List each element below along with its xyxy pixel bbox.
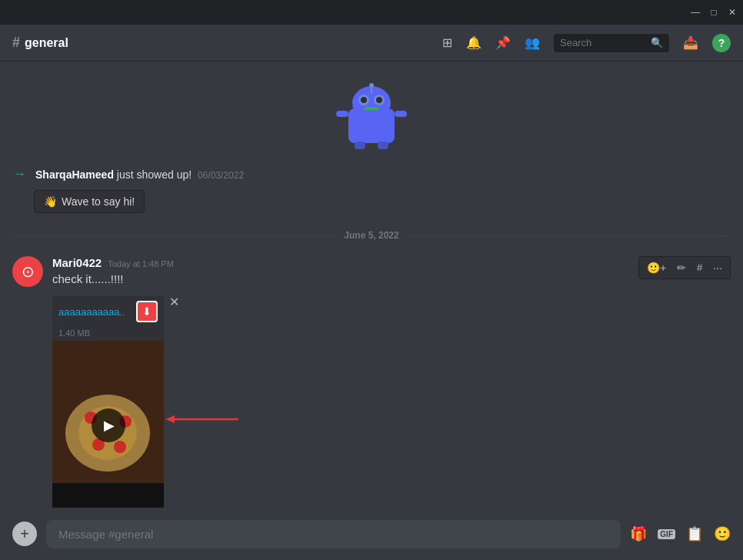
gif-button[interactable]: GIF [658, 529, 675, 539]
input-bar: + 🎁 GIF 📋 🙂 [0, 508, 743, 560]
date-line-right [405, 235, 731, 236]
robot-area [0, 74, 743, 163]
play-icon: ▶ [104, 417, 115, 434]
robot-illustration [325, 82, 418, 151]
wave-label: Wave to say hi! [62, 195, 135, 208]
message-text: check it......!!!! [52, 271, 731, 287]
date-line-left [12, 235, 338, 236]
wave-emoji: 👋 [44, 195, 57, 208]
gift-icon[interactable]: 🎁 [630, 525, 647, 542]
system-timestamp: 06/03/2022 [198, 170, 244, 181]
svg-point-19 [114, 441, 126, 453]
hash-icon: # [12, 35, 20, 51]
emoji-icon[interactable]: 🙂 [714, 525, 731, 542]
members-icon[interactable]: 👥 [525, 35, 540, 50]
maximize-button[interactable]: □ [709, 8, 718, 17]
date-text: June 5, 2022 [344, 230, 398, 241]
arrow-icon: → [12, 166, 26, 182]
search-box[interactable]: 🔍 [554, 34, 669, 52]
attachment-header: aaaaaaaaaaa.. ⬇ [52, 296, 164, 327]
close-attachment-button[interactable]: ✕ [169, 295, 179, 309]
help-button[interactable]: ? [712, 34, 731, 52]
system-message: → SharqaHameed just showed up! 06/03/202… [0, 163, 743, 185]
svg-rect-12 [378, 142, 388, 149]
sticker-icon[interactable]: 📋 [686, 525, 703, 542]
system-text: SharqaHameed just showed up! 06/03/2022 [35, 168, 244, 181]
attachment-wrapper: ✕ aaaaaaaaaaa.. ⬇ 1.40 MB [52, 292, 164, 508]
system-username[interactable]: SharqaHameed [35, 168, 114, 181]
message-timestamp: Today at 1:48 PM [108, 259, 174, 268]
emoji-reaction-button[interactable]: 🙂+ [644, 260, 669, 275]
add-button[interactable]: + [12, 522, 37, 546]
search-icon: 🔍 [651, 37, 663, 48]
more-button[interactable]: ··· [710, 260, 725, 275]
plus-icon: + [20, 525, 29, 543]
avatar: ⊙ [12, 256, 43, 287]
close-button[interactable]: ✕ [728, 8, 737, 17]
svg-point-5 [376, 97, 382, 103]
hashtag-icon[interactable]: ⊞ [442, 35, 452, 50]
play-button[interactable]: ▶ [92, 408, 125, 442]
attachment-filename[interactable]: aaaaaaaaaaa.. [58, 306, 125, 318]
channel-name-text: general [25, 36, 68, 50]
inbox-icon[interactable]: 📥 [683, 35, 698, 50]
discord-logo-icon: ⊙ [22, 262, 35, 281]
message-header: Mari0422 Today at 1:48 PM [52, 256, 731, 269]
svg-rect-10 [395, 111, 407, 117]
svg-rect-11 [355, 142, 365, 149]
download-icon: ⬇ [142, 305, 152, 318]
input-icons: 🎁 GIF 📋 🙂 [630, 525, 731, 542]
channel-header: # general ⊞ 🔔 📌 👥 🔍 📥 ? [0, 25, 743, 62]
channel-name: # general [12, 35, 68, 51]
message-input[interactable] [46, 520, 621, 548]
pin-icon[interactable]: 📌 [495, 35, 511, 50]
svg-point-4 [361, 97, 367, 103]
bell-icon[interactable]: 🔔 [466, 35, 481, 50]
messages-area: → SharqaHameed just showed up! 06/03/202… [0, 62, 743, 508]
header-icons: ⊞ 🔔 📌 👥 🔍 📥 ? [442, 34, 731, 52]
message-group: 🙂+ ✏ # ··· ⊙ Mari0422 Today at 1:48 PM c… [0, 253, 743, 508]
attachment-size: 1.40 MB [52, 327, 164, 341]
video-thumbnail[interactable]: ▶ [52, 341, 164, 508]
svg-point-7 [369, 83, 374, 88]
search-input[interactable] [560, 37, 646, 48]
svg-rect-9 [336, 111, 348, 117]
attachment-container: aaaaaaaaaaa.. ⬇ 1.40 MB [52, 296, 164, 508]
message-actions: 🙂+ ✏ # ··· [638, 256, 731, 279]
wave-button[interactable]: 👋 Wave to say hi! [34, 190, 145, 213]
date-divider: June 5, 2022 [0, 218, 743, 253]
titlebar: — □ ✕ [0, 0, 743, 25]
minimize-button[interactable]: — [691, 8, 700, 17]
message-username[interactable]: Mari0422 [52, 256, 102, 269]
download-button[interactable]: ⬇ [136, 301, 158, 322]
edit-button[interactable]: ✏ [674, 260, 689, 275]
svg-rect-21 [52, 483, 164, 508]
thread-button[interactable]: # [694, 260, 705, 275]
message-content: Mari0422 Today at 1:48 PM check it......… [52, 256, 731, 508]
svg-rect-8 [364, 107, 379, 110]
